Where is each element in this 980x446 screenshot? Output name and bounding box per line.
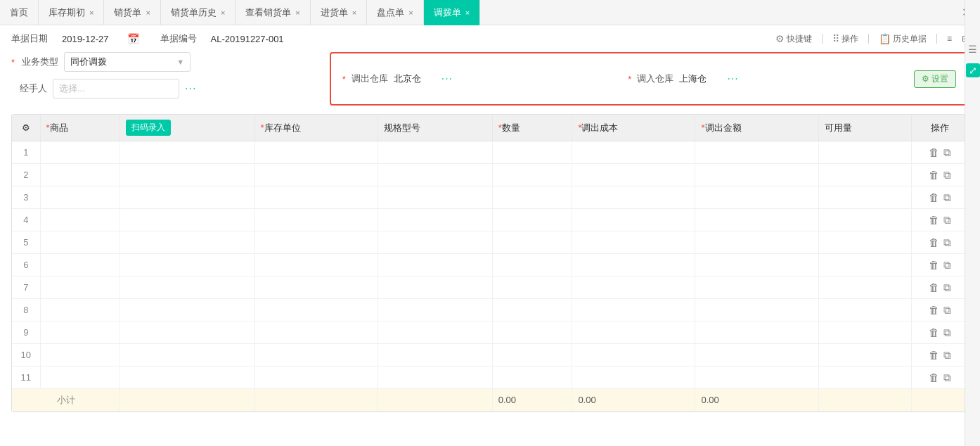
copy-icon[interactable]: ⧉ xyxy=(943,214,951,227)
cell-cost[interactable] xyxy=(572,321,695,344)
cell-amount[interactable] xyxy=(695,141,818,164)
cell-spec[interactable] xyxy=(378,209,492,231)
cell-qty[interactable] xyxy=(492,141,572,164)
settings-button[interactable]: ⚙ 设置 xyxy=(914,70,956,88)
calendar-icon[interactable]: 📅 xyxy=(127,33,139,44)
delete-icon[interactable]: 🗑 xyxy=(929,259,939,271)
cell-spec[interactable] xyxy=(378,141,492,164)
cell-amount[interactable] xyxy=(695,276,818,299)
cell-cost[interactable] xyxy=(572,141,695,164)
cell-unit[interactable] xyxy=(254,344,378,367)
cell-qty[interactable] xyxy=(492,231,572,254)
cell-spec[interactable] xyxy=(378,164,492,186)
cell-product[interactable] xyxy=(40,186,120,209)
sidebar-list-icon[interactable]: ☰ xyxy=(966,42,980,56)
sidebar-expand-icon[interactable]: ⤢ xyxy=(966,63,980,77)
cell-cost[interactable] xyxy=(572,367,695,389)
cell-amount[interactable] xyxy=(695,209,818,231)
cell-amount[interactable] xyxy=(695,344,818,367)
cell-qty[interactable] xyxy=(492,367,572,389)
cell-amount[interactable] xyxy=(695,321,818,344)
tab-sales-order[interactable]: 销货单 × xyxy=(104,0,160,25)
copy-icon[interactable]: ⧉ xyxy=(943,169,951,181)
cell-qty[interactable] xyxy=(492,344,572,367)
tab-sales-history[interactable]: 销货单历史 × xyxy=(161,0,236,25)
cell-unit[interactable] xyxy=(254,367,378,389)
cell-unit[interactable] xyxy=(254,141,378,164)
copy-icon[interactable]: ⧉ xyxy=(943,146,951,159)
tab-transfer-order[interactable]: 调拨单 × xyxy=(424,0,480,25)
cell-product[interactable] xyxy=(40,141,120,164)
cell-amount[interactable] xyxy=(695,164,818,186)
close-sales-history[interactable]: × xyxy=(221,8,225,17)
cell-unit[interactable] xyxy=(254,276,378,299)
delete-icon[interactable]: 🗑 xyxy=(929,169,939,181)
cell-product[interactable] xyxy=(40,321,120,344)
cell-unit[interactable] xyxy=(254,164,378,186)
cell-cost[interactable] xyxy=(572,276,695,299)
cell-amount[interactable] xyxy=(695,186,818,209)
delete-icon[interactable]: 🗑 xyxy=(929,326,939,338)
history-button[interactable]: 📋 历史单据 xyxy=(879,33,927,45)
close-sales-order[interactable]: × xyxy=(146,8,150,17)
cell-qty[interactable] xyxy=(492,321,572,344)
copy-icon[interactable]: ⧉ xyxy=(943,281,951,294)
copy-icon[interactable]: ⧉ xyxy=(943,191,951,204)
handler-more-btn[interactable]: ··· xyxy=(185,82,196,95)
scan-button[interactable]: 扫码录入 xyxy=(126,120,171,136)
cell-amount[interactable] xyxy=(695,231,818,254)
cell-spec[interactable] xyxy=(378,299,492,321)
delete-icon[interactable]: 🗑 xyxy=(929,191,939,203)
cell-unit[interactable] xyxy=(254,186,378,209)
cell-product[interactable] xyxy=(40,231,120,254)
cell-qty[interactable] xyxy=(492,186,572,209)
close-purchase-order[interactable]: × xyxy=(352,8,356,17)
delete-icon[interactable]: 🗑 xyxy=(929,371,939,383)
cell-spec[interactable] xyxy=(378,344,492,367)
tab-inventory-init[interactable]: 库存期初 × xyxy=(39,0,104,25)
copy-icon[interactable]: ⧉ xyxy=(943,236,951,249)
cell-cost[interactable] xyxy=(572,186,695,209)
close-transfer-order[interactable]: × xyxy=(465,8,470,17)
delete-icon[interactable]: 🗑 xyxy=(929,236,939,248)
business-type-select[interactable]: 同价调拨 ▼ xyxy=(64,52,191,72)
handler-select[interactable]: 选择... xyxy=(53,79,179,98)
tab-home[interactable]: 首页 xyxy=(0,0,39,25)
cell-spec[interactable] xyxy=(378,367,492,389)
cell-qty[interactable] xyxy=(492,164,572,186)
cell-product[interactable] xyxy=(40,209,120,231)
cell-spec[interactable] xyxy=(378,321,492,344)
cell-unit[interactable] xyxy=(254,254,378,276)
operation-button[interactable]: ⠿ 操作 xyxy=(832,33,858,45)
cell-qty[interactable] xyxy=(492,276,572,299)
delete-icon[interactable]: 🗑 xyxy=(929,281,939,293)
cell-spec[interactable] xyxy=(378,231,492,254)
cell-qty[interactable] xyxy=(492,299,572,321)
tab-view-sales[interactable]: 查看销货单 × xyxy=(236,0,310,25)
cell-qty[interactable] xyxy=(492,209,572,231)
delete-icon[interactable]: 🗑 xyxy=(929,214,939,226)
cell-amount[interactable] xyxy=(695,367,818,389)
close-inventory-count[interactable]: × xyxy=(408,8,413,17)
cell-unit[interactable] xyxy=(254,209,378,231)
cell-cost[interactable] xyxy=(572,344,695,367)
cell-product[interactable] xyxy=(40,299,120,321)
cell-cost[interactable] xyxy=(572,231,695,254)
cell-cost[interactable] xyxy=(572,299,695,321)
cell-product[interactable] xyxy=(40,254,120,276)
shortcut-key-button[interactable]: ⚙ 快捷键 xyxy=(775,33,812,45)
cell-product[interactable] xyxy=(40,344,120,367)
cell-cost[interactable] xyxy=(572,254,695,276)
tab-purchase-order[interactable]: 进货单 × xyxy=(311,0,367,25)
th-settings[interactable]: ⚙ xyxy=(12,115,40,141)
cell-product[interactable] xyxy=(40,164,120,186)
cell-product[interactable] xyxy=(40,367,120,389)
cell-qty[interactable] xyxy=(492,254,572,276)
copy-icon[interactable]: ⧉ xyxy=(943,349,951,362)
tab-inventory-count[interactable]: 盘点单 × xyxy=(367,0,423,25)
cell-cost[interactable] xyxy=(572,164,695,186)
warehouse-in-more[interactable]: ··· xyxy=(727,72,738,85)
cell-product[interactable] xyxy=(40,276,120,299)
cell-amount[interactable] xyxy=(695,299,818,321)
cell-unit[interactable] xyxy=(254,299,378,321)
